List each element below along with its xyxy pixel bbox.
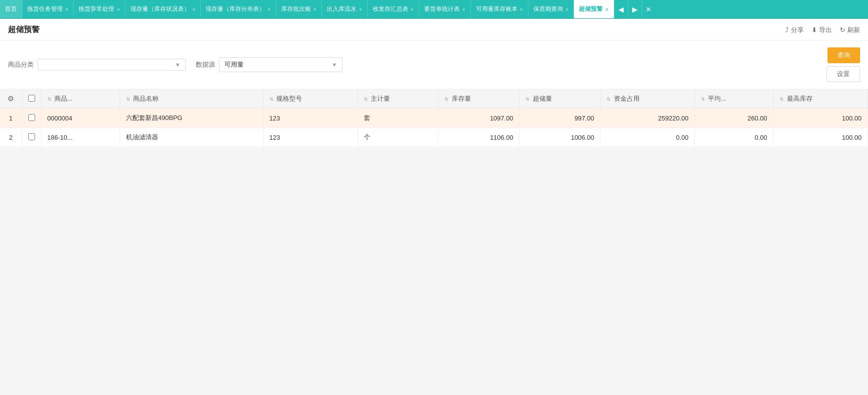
row-num: 2	[0, 128, 22, 147]
export-button[interactable]: ⬇ 导出	[812, 26, 832, 35]
column-overflow[interactable]: ⇅ 超储量	[520, 89, 601, 109]
nav-tab-task-mgmt[interactable]: 拣货任务管理 ×	[22, 0, 74, 19]
nav-tab-label: 要货单统计表	[424, 5, 460, 13]
refresh-button[interactable]: ↻ 刷新	[840, 26, 860, 35]
row-stock: 1106.00	[438, 128, 520, 147]
table-row: 2 186-10... 机油滤清器 123 个 1106.00 1006.00 …	[0, 128, 868, 147]
nav-prev-button[interactable]: ◀	[614, 0, 628, 19]
refresh-icon: ↻	[840, 26, 845, 34]
sort-icon: ⇅	[269, 96, 273, 102]
row-maxstock: 100.00	[774, 109, 868, 128]
nav-tab-label: 收发存汇总表	[373, 5, 408, 13]
page-title: 超储预警	[8, 25, 40, 35]
close-icon[interactable]: ×	[565, 6, 568, 12]
nav-tab-exception[interactable]: 拣货异常处理 ×	[74, 0, 125, 19]
select-all-checkbox[interactable]	[28, 95, 35, 102]
sort-icon: ⇅	[47, 96, 51, 102]
sort-icon: ⇅	[525, 96, 529, 102]
nav-tab-overstock[interactable]: 超储预警 ×	[574, 0, 613, 19]
row-checkbox-cell	[22, 128, 41, 147]
row-num: 1	[0, 109, 22, 128]
column-overflow-label: 超储量	[533, 95, 552, 102]
category-select[interactable]: ▼	[38, 59, 186, 71]
nav-tab-inout[interactable]: 出入库流水 ×	[322, 0, 367, 19]
row-code: 0000004	[41, 109, 120, 128]
column-settings[interactable]: ⚙	[0, 89, 22, 109]
close-icon[interactable]: ×	[65, 6, 68, 12]
close-icon[interactable]: ×	[313, 6, 316, 12]
sort-icon: ⇅	[780, 96, 783, 102]
row-stock: 1097.00	[438, 109, 520, 128]
table-header-row: ⚙ ⇅ 商品... ⇅ 商品名称 ⇅ 规格型号	[0, 89, 868, 109]
category-filter: 商品分类 ▼	[8, 59, 186, 71]
column-maxstock-label: 最高库存	[787, 95, 813, 102]
row-capital: 259220.00	[600, 109, 694, 128]
top-navigation: 首页 拣货任务管理 × 拣货异常处理 × 现存量（库存状况表） × 现存量（库存…	[0, 0, 868, 19]
close-icon[interactable]: ×	[605, 6, 608, 12]
share-icon: ⤴	[785, 26, 789, 34]
column-name-label: 商品名称	[133, 95, 159, 102]
row-checkbox[interactable]	[28, 133, 35, 140]
column-capital[interactable]: ⇅ 资金占用	[600, 89, 694, 109]
export-icon: ⬇	[812, 26, 817, 34]
column-unit[interactable]: ⇅ 主计量	[357, 89, 438, 109]
close-icon[interactable]: ×	[520, 6, 523, 12]
row-avg: 260.00	[694, 109, 773, 128]
sort-icon: ⇅	[126, 96, 130, 102]
row-overflow: 1006.00	[520, 128, 601, 147]
row-checkbox-cell	[22, 109, 41, 128]
page-header: 超储预警 ⤴ 分享 ⬇ 导出 ↻ 刷新	[0, 19, 868, 40]
datasource-filter: 数据源 可用量 ▼	[196, 57, 343, 72]
nav-tab-label: 首页	[5, 5, 17, 13]
column-spec[interactable]: ⇅ 规格型号	[263, 89, 357, 109]
nav-tab-label: 可用量库存账本	[476, 5, 518, 13]
row-checkbox[interactable]	[28, 114, 35, 121]
settings-button[interactable]: 设置	[826, 66, 860, 82]
gear-icon[interactable]: ⚙	[7, 94, 14, 103]
data-table: ⚙ ⇅ 商品... ⇅ 商品名称 ⇅ 规格型号	[0, 89, 868, 147]
column-name[interactable]: ⇅ 商品名称	[120, 89, 263, 109]
row-code: 186-10...	[41, 128, 120, 147]
close-icon[interactable]: ×	[117, 6, 120, 12]
datasource-label: 数据源	[196, 60, 215, 69]
column-stock-label: 库存量	[452, 95, 471, 102]
nav-tab-order-stats[interactable]: 要货单统计表 ×	[419, 0, 471, 19]
column-spec-label: 规格型号	[276, 95, 302, 102]
filter-buttons: 查询 设置	[826, 47, 860, 82]
column-code[interactable]: ⇅ 商品...	[41, 89, 120, 109]
row-name: 六配套新昌490BPG	[120, 109, 263, 128]
share-button[interactable]: ⤴ 分享	[785, 26, 804, 35]
close-icon[interactable]: ×	[192, 6, 195, 12]
nav-close-all-button[interactable]: ✕	[642, 0, 655, 19]
column-unit-label: 主计量	[371, 95, 390, 102]
nav-tab-expiry[interactable]: 保质期查询 ×	[528, 0, 574, 19]
chevron-down-icon: ▼	[332, 62, 337, 68]
column-checkbox	[22, 89, 41, 109]
close-icon[interactable]: ×	[411, 6, 414, 12]
sort-icon: ⇅	[607, 96, 610, 102]
row-maxstock: 100.00	[774, 128, 868, 147]
row-spec: 123	[263, 128, 357, 147]
nav-tab-batch[interactable]: 库存批次账 ×	[276, 0, 322, 19]
nav-next-button[interactable]: ▶	[628, 0, 642, 19]
close-icon[interactable]: ×	[267, 6, 270, 12]
nav-tab-label: 拣货异常处理	[79, 5, 114, 13]
nav-tab-home[interactable]: 首页	[0, 0, 22, 19]
column-stock[interactable]: ⇅ 库存量	[438, 89, 520, 109]
column-avg-label: 平均...	[708, 95, 726, 102]
nav-tab-available[interactable]: 可用量库存账本 ×	[471, 0, 528, 19]
datasource-select[interactable]: 可用量 ▼	[219, 57, 343, 72]
nav-tab-label: 库存批次账	[281, 5, 311, 13]
column-capital-label: 资金占用	[614, 95, 640, 102]
nav-tab-summary[interactable]: 收发存汇总表 ×	[368, 0, 419, 19]
nav-tab-stock-dist[interactable]: 现存量（库存分布表） ×	[201, 0, 276, 19]
row-capital: 0.00	[600, 128, 694, 147]
query-button[interactable]: 查询	[827, 47, 860, 63]
close-icon[interactable]: ×	[462, 6, 465, 12]
main-content: 超储预警 ⤴ 分享 ⬇ 导出 ↻ 刷新 商品分类 ▼ 数据源	[0, 19, 868, 147]
nav-tab-stock-status[interactable]: 现存量（库存状况表） ×	[126, 0, 201, 19]
share-label: 分享	[791, 26, 804, 35]
close-icon[interactable]: ×	[359, 6, 362, 12]
column-avg[interactable]: ⇅ 平均...	[694, 89, 773, 109]
column-maxstock[interactable]: ⇅ 最高库存	[774, 89, 868, 109]
